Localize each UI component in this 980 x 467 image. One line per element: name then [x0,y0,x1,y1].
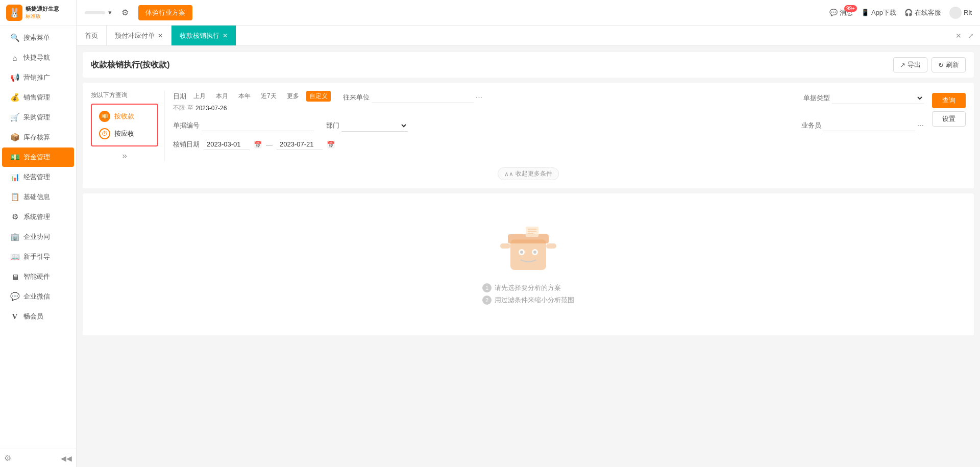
filter-staff-group: 业务员 ··· [801,120,924,131]
export-icon: ↗ [900,61,905,69]
date-more[interactable]: 更多 [284,91,302,102]
tab-prepay[interactable]: 预付冲应付单 ✕ [107,26,172,45]
sidebar-item-inventory[interactable]: 📦 库存核算 [2,128,74,147]
date-nolimit-label: 不限 [173,104,185,112]
tab-home-label: 首页 [85,31,98,40]
verify-date-label: 核销日期 [173,140,200,149]
verify-date-start-input[interactable] [204,139,250,150]
date-this-month[interactable]: 本月 [213,91,231,102]
gear-button[interactable]: ⚙ [118,6,132,20]
empty-tips: 1 请先选择要分析的方案 2 用过滤条件来缩小分析范围 [482,283,574,305]
filter-date-group: 日期 上月 本月 本年 近7天 更多 自定义 不限 至 [173,91,331,112]
sidebar-item-label: 智能硬件 [23,272,50,281]
logo-sub-text: 标准版 [26,13,59,20]
app-download-button[interactable]: 📱 App下载 [861,8,896,17]
date-custom[interactable]: 自定义 [306,91,331,102]
filter-receipt-label: 按收款 [114,112,134,121]
refresh-icon: ↻ [938,61,944,69]
sidebar-item-purchase[interactable]: 🛒 采购管理 [2,108,74,127]
collapse-sidebar-icon[interactable]: ◀◀ [61,454,72,462]
tab-home[interactable]: 首页 [77,26,107,45]
tab-prepay-close[interactable]: ✕ [158,32,163,39]
filter-receipt-icon: 💴 [99,111,110,122]
industry-button[interactable]: 体验行业方案 [138,5,192,20]
marketing-icon: 📢 [10,73,19,82]
sidebar-item-search[interactable]: 🔍 搜索菜单 [2,28,74,47]
empty-tip-2: 2 用过滤条件来缩小分析范围 [482,296,574,305]
empty-svg [498,224,559,275]
sidebar-item-label: 新手引导 [23,252,50,261]
sidebar-item-operation[interactable]: 📊 经营管理 [2,167,74,187]
filter-dept-group: 部门 [326,119,408,132]
message-badge: 99+ [844,5,857,12]
page-title: 收款核销执行(按收款) [91,60,170,70]
export-button[interactable]: ↗ 导出 [893,57,927,72]
tab-collection[interactable]: 收款核销执行 ✕ [172,26,236,45]
sidebar-item-funds[interactable]: 💵 资金管理 [2,148,74,167]
page-actions: ↗ 导出 ↻ 刷新 [893,57,966,72]
app-download-label: App下载 [871,8,896,17]
filter-date-shortcuts-row: 日期 上月 本月 本年 近7天 更多 自定义 [173,91,331,102]
sidebar-item-member[interactable]: V 畅会员 [2,307,74,326]
staff-dots-icon[interactable]: ··· [917,121,924,130]
home-icon: ⌂ [10,54,19,62]
refresh-button[interactable]: ↻ 刷新 [932,57,966,72]
collapse-more-label: 收起更多条件 [516,169,552,178]
filter-option-by-receivable[interactable]: ⏱ 按应收 [95,125,154,142]
doc-type-select[interactable] [832,92,924,104]
dropdown-icon[interactable]: ▾ [108,9,112,16]
message-button[interactable]: 💬 消息 99+ [829,8,853,17]
filter-row-2: 单据编号 部门 业务员 ··· [173,119,924,132]
date-last-month[interactable]: 上月 [190,91,209,102]
party-dots-icon[interactable]: ··· [476,93,482,102]
sidebar-logo: 🐰 畅捷通好生意 标准版 [0,0,76,26]
sidebar-item-guide[interactable]: 📖 新手引导 [2,247,74,266]
filter-option-by-receipt[interactable]: 💴 按收款 [95,108,154,125]
sidebar-item-system[interactable]: ⚙ 系统管理 [2,207,74,227]
sidebar-item-enterprise[interactable]: 🏢 企业协同 [2,227,74,247]
tab-close-all-icon[interactable]: ✕ [953,30,964,42]
filter-row-3: 核销日期 📅 — 📅 [173,139,924,150]
settings-button[interactable]: 设置 [932,111,966,127]
date-to-value: 2023-07-26 [195,105,227,112]
online-service-button[interactable]: 🎧 在线客服 [904,8,941,17]
sidebar-item-marketing[interactable]: 📢 营销推广 [2,68,74,87]
verify-date-end-input[interactable] [277,139,323,150]
date-7days[interactable]: 近7天 [258,91,280,102]
basic-icon: 📋 [10,192,19,202]
guide-icon: 📖 [10,252,19,261]
tab-collection-label: 收款核销执行 [180,31,219,40]
verify-end-calendar-icon[interactable]: 📅 [327,141,335,149]
wechat-icon: 💬 [10,292,19,301]
sidebar-item-hardware[interactable]: 🖥 智能硬件 [2,267,74,286]
enterprise-icon: 🏢 [10,232,19,241]
tip-text-1: 请先选择要分析的方案 [495,283,561,292]
sidebar-item-quicknav[interactable]: ⌂ 快捷导航 [2,48,74,67]
tab-expand-icon[interactable]: ⤢ [966,30,976,42]
sidebar-item-label: 营销推广 [23,73,50,82]
date-this-year[interactable]: 本年 [235,91,254,102]
collapse-more-button[interactable]: ∧∧ 收起更多条件 [498,167,559,180]
sidebar-item-sales[interactable]: 💰 销售管理 [2,88,74,107]
tab-collection-close[interactable]: ✕ [223,32,228,39]
user-area[interactable]: Rit [949,7,972,19]
verify-start-calendar-icon[interactable]: 📅 [254,141,262,149]
dept-select[interactable] [341,119,408,132]
date-to-text: 至 [187,104,193,112]
filter-receivable-icon: ⏱ [99,128,110,139]
doc-no-input[interactable] [202,120,314,131]
party-input[interactable] [372,92,474,103]
sidebar-item-label: 库存核算 [23,133,50,142]
staff-input[interactable] [823,120,915,131]
filter-row-1: 日期 上月 本月 本年 近7天 更多 自定义 不限 至 [173,91,924,112]
filter-collapse-left[interactable]: » [91,151,158,161]
operation-icon: 📊 [10,173,19,182]
settings-footer-icon[interactable]: ⚙ [4,453,11,463]
sidebar-item-basic[interactable]: 📋 基础信息 [2,187,74,207]
tab-prepay-label: 预付冲应付单 [115,31,155,40]
sidebar-item-label: 企业微信 [23,292,50,301]
sidebar-item-label: 经营管理 [23,173,50,182]
query-button[interactable]: 查询 [932,93,966,108]
sidebar-item-wechat[interactable]: 💬 企业微信 [2,287,74,306]
tabs-spacer [236,26,949,45]
